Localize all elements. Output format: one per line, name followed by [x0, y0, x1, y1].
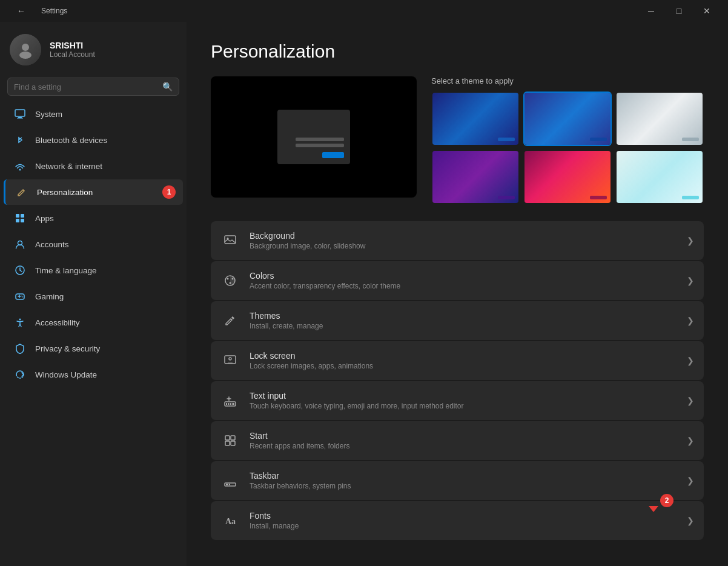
sidebar-item-privacy[interactable]: Privacy & security: [4, 336, 183, 361]
theme-ocean[interactable]: [615, 150, 704, 204]
svg-rect-7: [21, 214, 24, 218]
user-profile[interactable]: SRISHTI Local Account: [0, 22, 187, 75]
textinput-desc: Touch keyboard, voice typing, emoji and …: [250, 402, 677, 410]
settings-item-taskbar[interactable]: Taskbar Taskbar behaviors, system pins ❯…: [211, 461, 704, 500]
preview-line-2: [296, 144, 344, 147]
sidebar-item-personalization[interactable]: Personalization 1: [4, 179, 183, 205]
apps-icon: [13, 211, 27, 225]
taskbar-title: Taskbar: [250, 471, 677, 481]
theme-nature[interactable]: [615, 92, 704, 146]
search-container: 🔍: [0, 75, 187, 101]
svg-rect-30: [225, 436, 230, 440]
settings-item-colors[interactable]: Colors Accent color, transparency effect…: [211, 261, 704, 300]
sidebar-label-time: Time & language: [35, 266, 97, 275]
sidebar-item-time[interactable]: Time & language: [4, 258, 183, 283]
sidebar-label-network: Network & internet: [35, 162, 102, 171]
sidebar-item-apps[interactable]: Apps: [4, 205, 183, 231]
svg-point-15: [19, 319, 21, 321]
theme-grid-label: Select a theme to apply: [431, 76, 704, 85]
settings-item-themes[interactable]: Themes Install, create, manage ❯: [211, 301, 704, 340]
annotation-arrow-2: [649, 506, 658, 512]
back-button[interactable]: ←: [7, 1, 35, 21]
bluetooth-icon: [13, 133, 27, 147]
textinput-icon: [220, 391, 240, 410]
theme-bar: [498, 196, 515, 199]
theme-dark2[interactable]: [523, 92, 612, 146]
colors-desc: Accent color, transparency effects, colo…: [250, 282, 677, 290]
annotation-badge-1: 1: [162, 185, 176, 199]
svg-point-20: [232, 278, 234, 280]
avatar-placeholder: [10, 34, 41, 65]
sidebar-label-gaming: Gaming: [35, 292, 64, 301]
fonts-title: Fonts: [250, 511, 677, 521]
lockscreen-title: Lock screen: [250, 351, 677, 361]
themes-chevron: ❯: [687, 316, 694, 325]
svg-rect-33: [231, 441, 235, 445]
search-icon: 🔍: [162, 82, 173, 92]
sidebar-label-accessibility: Accessibility: [35, 318, 80, 327]
theme-bar: [682, 196, 699, 199]
themes-text: Themes Install, create, manage: [250, 311, 677, 330]
settings-list: Background Background image, color, slid…: [211, 221, 704, 540]
theme-purple[interactable]: [431, 150, 520, 204]
network-icon: [13, 159, 27, 173]
sidebar-label-privacy: Privacy & security: [35, 344, 100, 353]
settings-item-fonts[interactable]: Aa Fonts Install, manage ❯: [211, 501, 704, 540]
sidebar-item-gaming[interactable]: Gaming: [4, 284, 183, 309]
sidebar-item-bluetooth[interactable]: Bluetooth & devices: [4, 127, 183, 153]
colors-title: Colors: [250, 271, 677, 281]
sidebar-item-update[interactable]: Windows Update: [4, 362, 183, 387]
theme-dark1[interactable]: [431, 92, 520, 146]
settings-item-background[interactable]: Background Background image, color, slid…: [211, 221, 704, 260]
close-button[interactable]: ✕: [693, 1, 721, 21]
theme-bloom[interactable]: [523, 150, 612, 204]
lockscreen-desc: Lock screen images, apps, animations: [250, 362, 677, 370]
svg-rect-29: [233, 403, 235, 405]
sidebar-label-update: Windows Update: [35, 370, 97, 379]
sidebar-nav: System Bluetooth & devices: [0, 101, 187, 388]
settings-item-start[interactable]: Start Recent apps and items, folders ❯: [211, 421, 704, 460]
content-area: Personalization Select a theme to apply: [187, 22, 728, 566]
main-layout: SRISHTI Local Account 🔍 Sys: [0, 22, 728, 566]
lockscreen-chevron: ❯: [687, 356, 694, 365]
fonts-chevron: ❯: [687, 516, 694, 525]
start-chevron: ❯: [687, 436, 694, 445]
gaming-icon: [13, 290, 27, 303]
sidebar-item-network[interactable]: Network & internet: [4, 153, 183, 179]
background-title: Background: [250, 231, 677, 241]
svg-rect-6: [16, 214, 19, 218]
svg-rect-23: [228, 362, 233, 364]
svg-rect-8: [16, 219, 19, 222]
svg-rect-4: [17, 118, 23, 119]
svg-rect-27: [228, 403, 230, 405]
sidebar-item-accessibility[interactable]: Accessibility: [4, 310, 183, 335]
svg-rect-32: [225, 441, 230, 445]
start-title: Start: [250, 431, 677, 441]
colors-text: Colors Accent color, transparency effect…: [250, 271, 677, 290]
svg-rect-9: [21, 219, 24, 222]
colors-icon: [220, 271, 240, 290]
sidebar-item-accounts[interactable]: Accounts: [4, 231, 183, 257]
settings-item-textinput[interactable]: Text input Touch keyboard, voice typing,…: [211, 381, 704, 420]
start-icon: [220, 431, 240, 450]
taskbar-text: Taskbar Taskbar behaviors, system pins: [250, 471, 677, 490]
themes-title: Themes: [250, 311, 677, 321]
time-icon: [13, 264, 27, 277]
system-icon: [13, 107, 27, 121]
maximize-button[interactable]: □: [665, 1, 693, 21]
background-desc: Background image, color, slideshow: [250, 242, 677, 250]
svg-rect-36: [229, 484, 230, 485]
accounts-icon: [13, 238, 27, 251]
svg-point-19: [227, 278, 229, 280]
sidebar-item-system[interactable]: System: [4, 101, 183, 127]
svg-point-21: [230, 282, 231, 284]
minimize-button[interactable]: ─: [637, 1, 665, 21]
lockscreen-text: Lock screen Lock screen images, apps, an…: [250, 351, 677, 370]
search-input[interactable]: [14, 82, 157, 92]
user-type: Local Account: [50, 50, 95, 59]
sidebar-label-accounts: Accounts: [35, 240, 69, 249]
settings-item-lockscreen[interactable]: Lock screen Lock screen images, apps, an…: [211, 341, 704, 380]
titlebar: ← Settings ─ □ ✕: [0, 0, 728, 22]
preview-button: [322, 152, 344, 158]
theme-bar: [590, 138, 607, 141]
